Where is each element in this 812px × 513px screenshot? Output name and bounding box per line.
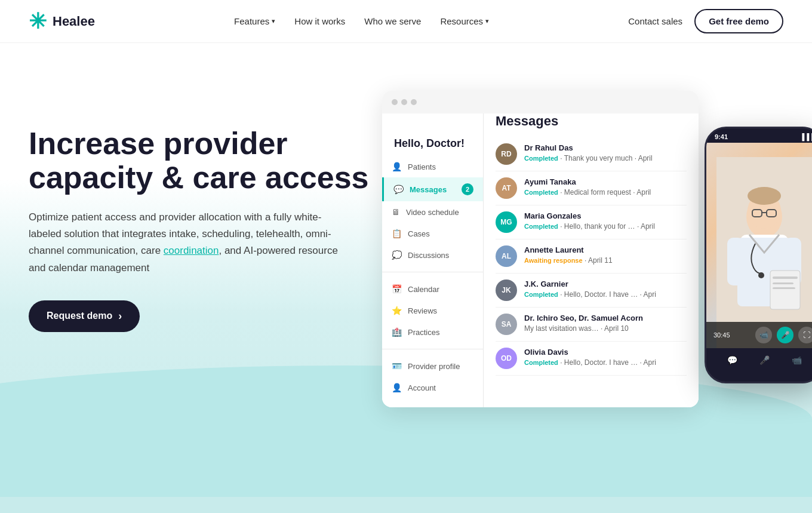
phone-call-duration: 30:45	[713, 331, 730, 339]
logo-icon: ✳	[29, 9, 47, 34]
messages-icon: 💬	[393, 185, 404, 194]
discussions-icon: 💭	[392, 250, 402, 260]
sidebar-divider	[382, 272, 483, 272]
request-demo-button[interactable]: Request demo ›	[29, 300, 140, 332]
phone-video-icon: 📹	[792, 355, 802, 365]
nav-links: Features ▾ How it works Who we serve Res…	[234, 16, 489, 26]
get-free-demo-button[interactable]: Get free demo	[694, 9, 783, 33]
sidebar-item-account[interactable]: 👤 Account	[382, 377, 483, 398]
sidebar-label-video-schedule: Video schedule	[406, 208, 459, 217]
msg-content-rahul: Dr Rahul Das Completed · Thank you very …	[524, 143, 687, 163]
message-item-annette[interactable]: AL Annette Laurent Awaiting response · A…	[496, 239, 687, 274]
sidebar-item-provider-profile[interactable]: 🪪 Provider profile	[382, 355, 483, 377]
sidebar-label-provider-profile: Provider profile	[408, 362, 460, 371]
dot-3	[411, 99, 417, 105]
avatar-jk: JK	[496, 279, 517, 301]
card-body: Hello, Doctor! 👤 Patients 💬 Messages 2 🖥…	[382, 113, 699, 407]
hero-left: Increase provider capacity & care access…	[29, 79, 375, 332]
svg-point-5	[748, 187, 781, 205]
fullscreen-button[interactable]: ⛶	[798, 327, 812, 343]
msg-content-ichiro: Dr. Ichiro Seo, Dr. Samuel Acorn My last…	[524, 314, 687, 333]
nav-features[interactable]: Features ▾	[234, 16, 275, 26]
avatar-rahul: RD	[496, 143, 517, 165]
svg-point-15	[758, 272, 764, 278]
avatar-annette: AL	[496, 245, 517, 267]
phone-doctor-image	[706, 143, 812, 348]
avatar-olivia: OD	[496, 348, 517, 369]
sidebar-item-calendar[interactable]: 📅 Calendar	[382, 278, 483, 300]
sidebar-item-patients[interactable]: 👤 Patients	[382, 156, 483, 177]
dot-1	[392, 99, 398, 105]
hero-title: Increase provider capacity & care access	[29, 127, 375, 195]
chevron-down-icon: ▾	[272, 17, 275, 25]
coordination-link[interactable]: coordination	[164, 245, 219, 256]
dot-2	[401, 99, 407, 105]
phone-bottom-bar: 💬 🎤 📹	[706, 348, 812, 372]
sidebar-item-cases[interactable]: 📋 Cases	[382, 223, 483, 244]
message-item-ayumi[interactable]: AT Ayumi Tanaka Completed · Medical form…	[496, 171, 687, 205]
trusted-section: Trusted by Top providers in the US and a…	[0, 497, 812, 513]
msg-content-maria: Maria Gonzales Completed · Hello, thank …	[524, 211, 687, 231]
msg-content-ayumi: Ayumi Tanaka Completed · Medical form re…	[524, 177, 687, 197]
avatar-maria: MG	[496, 211, 517, 233]
sidebar-item-messages[interactable]: 💬 Messages 2	[382, 177, 483, 201]
microphone-button[interactable]: 🎤	[777, 327, 793, 343]
messages-badge: 2	[462, 183, 473, 195]
dashboard-greeting: Hello, Doctor!	[382, 125, 483, 156]
phone-content: 30:45 📹 🎤 ⛶	[706, 143, 812, 348]
nav-how-it-works[interactable]: How it works	[294, 16, 345, 26]
nav-resources[interactable]: Resources ▾	[440, 16, 489, 26]
hero-section: Increase provider capacity & care access…	[0, 43, 812, 497]
message-item-olivia[interactable]: OD Olivia Davis Completed · Hello, Docto…	[496, 342, 687, 376]
window-dots	[382, 91, 699, 113]
svg-rect-12	[773, 277, 798, 279]
dashboard-card: Hello, Doctor! 👤 Patients 💬 Messages 2 🖥…	[382, 91, 699, 407]
chevron-down-icon: ▾	[485, 17, 489, 25]
contact-sales-link[interactable]: Contact sales	[628, 16, 682, 26]
svg-rect-9	[727, 238, 744, 285]
phone-chat-icon: 💬	[727, 355, 737, 365]
nav-who-we-serve[interactable]: Who we serve	[364, 16, 421, 26]
cases-icon: 📋	[392, 229, 402, 238]
phone-mic-icon: 🎤	[759, 355, 770, 365]
video-icon: 🖥	[392, 207, 400, 217]
msg-content-olivia: Olivia Davis Completed · Hello, Doctor. …	[524, 348, 687, 367]
sidebar-label-patients: Patients	[408, 162, 436, 171]
message-item-rahul[interactable]: RD Dr Rahul Das Completed · Thank you ve…	[496, 137, 687, 171]
camera-off-button[interactable]: 📹	[755, 327, 772, 343]
sidebar-item-reviews[interactable]: ⭐ Reviews	[382, 300, 483, 321]
calendar-icon: 📅	[392, 284, 402, 294]
nav-actions: Contact sales Get free demo	[628, 9, 783, 33]
arrow-icon: ›	[118, 310, 122, 322]
sidebar-label-practices: Practices	[408, 328, 439, 337]
profile-icon: 🪪	[392, 361, 402, 371]
sidebar-divider-2	[382, 349, 483, 349]
logo[interactable]: ✳ Healee	[29, 9, 95, 34]
reviews-icon: ⭐	[392, 306, 402, 315]
sidebar-item-video-schedule[interactable]: 🖥 Video schedule	[382, 201, 483, 223]
messages-title: Messages	[496, 113, 687, 129]
sidebar-label-account: Account	[408, 383, 436, 392]
phone-mockup: 9:41 ▐▐▐	[705, 127, 812, 383]
dashboard-sidebar: Hello, Doctor! 👤 Patients 💬 Messages 2 🖥…	[382, 113, 484, 407]
message-item-ichiro[interactable]: SA Dr. Ichiro Seo, Dr. Samuel Acorn My l…	[496, 308, 687, 342]
sidebar-label-discussions: Discussions	[408, 251, 449, 260]
sidebar-label-reviews: Reviews	[408, 306, 437, 315]
msg-content-jk: J.K. Garnier Completed · Hello, Doctor. …	[524, 279, 687, 299]
hero-description: Optimize patient access and provider all…	[29, 209, 339, 276]
messages-section: Messages RD Dr Rahul Das Completed · Tha…	[484, 113, 699, 376]
sidebar-item-discussions[interactable]: 💭 Discussions	[382, 244, 483, 266]
message-item-maria[interactable]: MG Maria Gonzales Completed · Hello, tha…	[496, 205, 687, 239]
message-item-jk[interactable]: JK J.K. Garnier Completed · Hello, Docto…	[496, 274, 687, 308]
svg-rect-14	[773, 287, 795, 289]
sidebar-item-practices[interactable]: 🏥 Practices	[382, 321, 483, 343]
avatar-ayumi: AT	[496, 177, 517, 199]
phone-time: 9:41	[715, 133, 728, 140]
patients-icon: 👤	[392, 162, 402, 171]
svg-rect-13	[773, 282, 793, 284]
practices-icon: 🏥	[392, 327, 402, 337]
logo-text: Healee	[53, 14, 95, 29]
phone-status-bar: 9:41 ▐▐▐	[706, 128, 812, 143]
navbar: ✳ Healee Features ▾ How it works Who we …	[0, 0, 812, 43]
hero-right: Hello, Doctor! 👤 Patients 💬 Messages 2 🖥…	[382, 91, 812, 437]
